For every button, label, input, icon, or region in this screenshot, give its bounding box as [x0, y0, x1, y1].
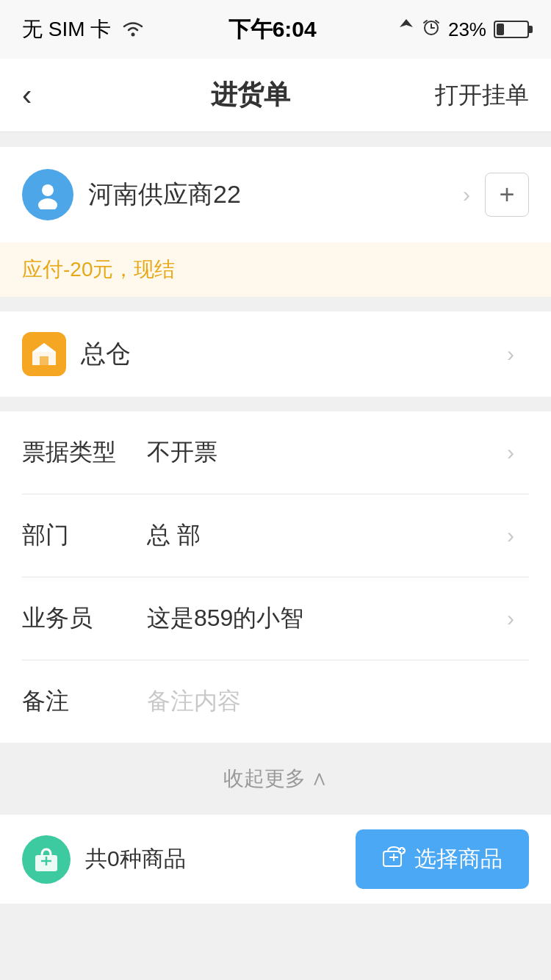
salesperson-label: 业务员 [22, 602, 140, 635]
warehouse-section: 总仓 › [0, 311, 551, 397]
add-supplier-button[interactable]: + [485, 173, 529, 217]
supplier-section: 河南供应商22 › + 应付-20元，现结 [0, 147, 551, 297]
department-label: 部门 [22, 519, 140, 552]
location-icon [398, 18, 414, 42]
collapse-label: 收起更多 ∧ [223, 765, 328, 793]
divider-top [0, 132, 551, 147]
house-icon [31, 342, 57, 367]
product-count-label: 共0种商品 [85, 844, 356, 874]
svg-point-2 [42, 184, 54, 196]
person-icon [33, 180, 62, 209]
divider-2 [0, 297, 551, 311]
supplier-chevron-icon: › [463, 182, 470, 207]
notice-text: 应付-20元，现结 [22, 258, 175, 281]
status-right: 23% [398, 18, 529, 42]
battery-icon [494, 21, 529, 38]
remark-label: 备注 [22, 685, 140, 718]
nav-bar: ‹ 进货单 打开挂单 [0, 59, 551, 132]
page-title: 进货单 [211, 77, 290, 113]
department-row[interactable]: 部门 总 部 › [0, 494, 551, 577]
salesperson-chevron: › [507, 606, 514, 631]
remark-value[interactable]: 备注内容 [147, 685, 529, 718]
bag-icon [32, 846, 60, 873]
select-btn-icon [382, 846, 406, 873]
invoice-type-value: 不开票 [147, 436, 507, 469]
divider-3 [0, 397, 551, 411]
warehouse-chevron-icon: › [507, 342, 514, 367]
battery-label: 23% [448, 18, 486, 41]
collapse-row[interactable]: 收起更多 ∧ [0, 743, 551, 815]
form-section: 票据类型 不开票 › 部门 总 部 › 业务员 这是859的小智 › 备注 备注… [0, 411, 551, 743]
select-product-label: 选择商品 [414, 844, 503, 874]
svg-point-3 [38, 198, 57, 209]
back-button[interactable]: ‹ [22, 79, 66, 112]
svg-point-0 [132, 32, 135, 36]
department-chevron: › [507, 523, 514, 548]
wifi-icon [120, 18, 146, 42]
product-icon [22, 835, 71, 884]
gray-bottom [0, 904, 551, 980]
status-left: 无 SIM 卡 [22, 15, 146, 43]
supplier-name: 河南供应商22 [88, 178, 463, 212]
invoice-type-chevron: › [507, 440, 514, 465]
carrier-label: 无 SIM 卡 [22, 15, 111, 43]
remark-row[interactable]: 备注 备注内容 [0, 660, 551, 743]
warehouse-icon [22, 332, 66, 376]
invoice-type-row[interactable]: 票据类型 不开票 › [0, 411, 551, 494]
bottom-bar: 共0种商品 选择商品 [0, 815, 551, 904]
warehouse-row[interactable]: 总仓 › [0, 311, 551, 397]
svg-marker-6 [32, 343, 56, 352]
alarm-icon [422, 18, 441, 42]
svg-rect-5 [40, 356, 48, 365]
salesperson-value: 这是859的小智 [147, 602, 507, 635]
supplier-avatar [22, 169, 73, 220]
svg-rect-10 [383, 851, 401, 866]
department-value: 总 部 [147, 519, 507, 552]
status-bar: 无 SIM 卡 下午6:04 23% [0, 0, 551, 59]
notice-bar: 应付-20元，现结 [0, 242, 551, 297]
select-product-button[interactable]: 选择商品 [356, 829, 529, 889]
status-time: 下午6:04 [228, 15, 317, 45]
open-pending-button[interactable]: 打开挂单 [435, 79, 529, 112]
warehouse-label: 总仓 [81, 337, 507, 371]
invoice-type-label: 票据类型 [22, 436, 140, 469]
supplier-row[interactable]: 河南供应商22 › + [0, 147, 551, 242]
salesperson-row[interactable]: 业务员 这是859的小智 › [0, 577, 551, 660]
